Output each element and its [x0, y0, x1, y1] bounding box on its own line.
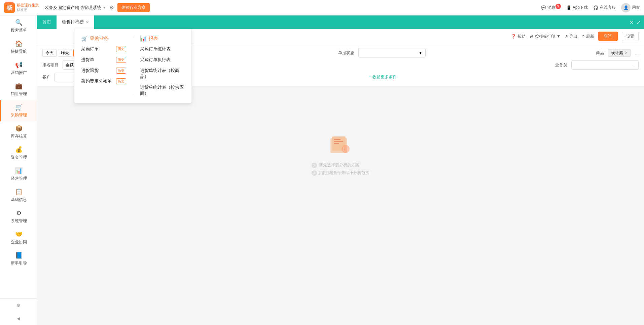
dropdown-item-goods-receipt[interactable]: 进货单 历史	[78, 54, 129, 65]
empty-step-1-text: 请先选择要分析的方案	[319, 162, 359, 168]
date-btn-today[interactable]: 今天	[42, 49, 57, 57]
refresh-icon: ↺	[581, 34, 585, 39]
doc-status-select[interactable]: ▼	[358, 48, 426, 57]
purchase-expense-label: 采购费用分摊单	[81, 78, 112, 84]
empty-steps: ① 请先选择要分析的方案 ② 用[过滤]条件来缩小分析范围	[312, 162, 370, 176]
logo-edition: 标准版	[17, 8, 39, 12]
sidebar-item-purchase[interactable]: 🛒 采购管理	[0, 100, 37, 121]
purchase-expense-history-badge: 历史	[116, 78, 126, 84]
salesman-select[interactable]: ...	[571, 60, 639, 70]
sidebar-label-enterprise: 企业协同	[11, 239, 27, 245]
sidebar-label-marketing: 营销推广	[11, 70, 27, 76]
home-icon: 🏠	[15, 40, 23, 47]
capital-icon: 💰	[15, 146, 23, 153]
export-button[interactable]: ↗ 导出	[565, 34, 577, 39]
goods-ellipsis[interactable]: ...	[635, 50, 639, 55]
goods-stats-by-product-label: 进货单统计表（按商品）	[140, 68, 185, 80]
guide-icon: 📘	[15, 252, 23, 259]
app-download-item[interactable]: 📱 App下载	[566, 5, 588, 10]
logo-text: 畅捷通好生意	[17, 3, 39, 7]
tab-expand-button[interactable]: ⤢	[636, 19, 641, 26]
tab-home[interactable]: 首页	[37, 15, 57, 29]
sidebar-collapse-button[interactable]: ◀	[0, 312, 37, 325]
collapse-icon: ⌃	[368, 75, 371, 80]
sidebar-item-marketing[interactable]: 📢 营销推广	[0, 58, 37, 79]
rank-item-value: 金额	[66, 62, 74, 68]
tab-close-icon[interactable]: ✕	[86, 20, 89, 25]
collapse-button[interactable]: ⌃ 收起更多条件	[366, 72, 399, 82]
goods-label: 商品	[596, 50, 604, 56]
online-service-label: 在线客服	[600, 5, 616, 10]
print-button[interactable]: 🖨 按模板打印 ▼	[530, 34, 561, 39]
headset-icon: 🎧	[593, 5, 598, 10]
user-item[interactable]: 👤 用友	[621, 3, 640, 12]
purchase-section-label: 采购业务	[90, 36, 109, 42]
customer-label: 客户	[42, 74, 50, 80]
sidebar-item-guide[interactable]: 📘 新手引导	[0, 248, 37, 270]
purchase-col: 🛒 采购业务 采购订单 历史 进货单 历史 进货退货 历史	[74, 33, 133, 99]
dropdown-item-purchase-order-stats[interactable]: 采购订单统计表	[137, 44, 188, 54]
online-service-item[interactable]: 🎧 在线客服	[593, 5, 616, 10]
refresh-button[interactable]: ↺ 刷新	[581, 34, 594, 39]
dropdown-item-goods-stats-by-supplier[interactable]: 进货单统计表（按供应商）	[137, 82, 188, 99]
top-nav: 畅 畅捷通好生意 标准版 装备及固定资产辅助管理系统 ▼ ⚙ 体验行业方案 💬 …	[0, 0, 644, 15]
report-section-icon: 📊	[140, 35, 147, 42]
help-button[interactable]: ❓ 帮助	[511, 34, 526, 39]
dropdown-item-goods-return[interactable]: 进货退货 历史	[78, 65, 129, 76]
help-icon: ❓	[511, 34, 516, 39]
system-dropdown[interactable]: 装备及固定资产辅助管理系统 ▼	[44, 5, 106, 11]
sidebar-item-basic-info[interactable]: 📋 基础信息	[0, 185, 37, 206]
svg-rect-3	[334, 141, 343, 142]
date-btn-yesterday[interactable]: 昨天	[58, 49, 72, 57]
sidebar-item-quick-nav[interactable]: 🏠 快捷导航	[0, 37, 37, 58]
goods-return-label: 进货退货	[81, 68, 99, 74]
settings-button[interactable]: 设置	[622, 32, 639, 41]
purchase-icon: 🛒	[15, 104, 23, 111]
logo-text-area: 畅捷通好生意 标准版	[17, 3, 39, 12]
dropdown-item-purchase-order-exec[interactable]: 采购订单执行表	[137, 54, 188, 65]
svg-text:!: !	[343, 147, 344, 152]
sidebar-bottom: ⚙ ◀	[0, 298, 37, 325]
sidebar-item-enterprise[interactable]: 🤝 企业协同	[0, 227, 37, 248]
main-layout: 🔍 搜索菜单 🏠 快捷导航 📢 营销推广 💼 销售管理 🛒 采购管理 📦 库存核…	[0, 15, 644, 325]
message-nav-item[interactable]: 💬 消息 9	[541, 5, 561, 10]
dropdown-item-purchase-expense[interactable]: 采购费用分摊单 历史	[78, 76, 129, 87]
sales-icon: 💼	[15, 82, 23, 90]
sidebar-item-system[interactable]: ⚙ 系统管理	[0, 206, 37, 227]
export-label: 导出	[569, 34, 577, 39]
sidebar-label-capital: 资金管理	[11, 155, 27, 160]
purchase-order-exec-label: 采购订单执行表	[140, 57, 171, 63]
goods-receipt-history-badge: 历史	[116, 57, 126, 63]
dropdown-item-purchase-order[interactable]: 采购订单 历史	[78, 44, 129, 54]
dropdown-cols: 🛒 采购业务 采购订单 历史 进货单 历史 进货退货 历史	[74, 33, 191, 99]
top-nav-left: 畅 畅捷通好生意 标准版 装备及固定资产辅助管理系统 ▼ ⚙ 体验行业方案	[4, 2, 150, 13]
message-badge: 9	[556, 4, 561, 9]
message-icon: 💬	[541, 5, 546, 10]
sidebar-item-capital[interactable]: 💰 资金管理	[0, 143, 37, 164]
user-name: 用友	[632, 5, 640, 10]
tab-close-button[interactable]: ✕	[629, 19, 634, 26]
svg-rect-2	[334, 139, 341, 140]
enterprise-icon: 🤝	[15, 231, 23, 238]
basic-info-icon: 📋	[15, 188, 23, 196]
sidebar-item-inventory[interactable]: 📦 库存核算	[0, 121, 37, 143]
sidebar-item-operations[interactable]: 📊 经营管理	[0, 164, 37, 185]
query-button[interactable]: 查询	[598, 32, 618, 41]
industry-button[interactable]: 体验行业方案	[117, 3, 150, 12]
doc-status-label: 单据状态	[338, 50, 354, 56]
settings-icon[interactable]: ⚙	[109, 4, 114, 11]
sidebar: 🔍 搜索菜单 🏠 快捷导航 📢 营销推广 💼 销售管理 🛒 采购管理 📦 库存核…	[0, 15, 37, 325]
logo-area: 畅 畅捷通好生意 标准版	[4, 2, 41, 13]
goods-tag: 设计素 ✕	[608, 49, 631, 57]
system-icon: ⚙	[16, 209, 22, 217]
dropdown-item-goods-stats-by-product[interactable]: 进货单统计表（按商品）	[137, 65, 188, 82]
sidebar-item-search[interactable]: 🔍 搜索菜单	[0, 15, 37, 37]
goods-tag-close[interactable]: ✕	[624, 50, 628, 55]
sidebar-item-sales[interactable]: 💼 销售管理	[0, 79, 37, 100]
tab-sales-rank[interactable]: 销售排行榜 ✕	[57, 15, 94, 29]
sidebar-bottom-settings[interactable]: ⚙	[0, 299, 37, 312]
top-nav-right: 💬 消息 9 📱 App下载 🎧 在线客服 👤 用友	[541, 3, 640, 12]
goods-tag-value: 设计素	[611, 50, 623, 56]
sidebar-label-operations: 经营管理	[11, 176, 27, 181]
salesman-label: 业务员	[555, 62, 567, 68]
